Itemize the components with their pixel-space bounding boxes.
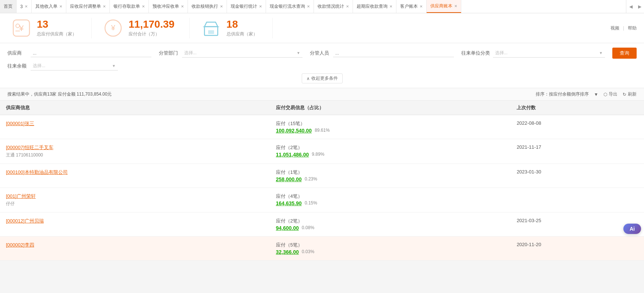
dept-select[interactable]: 选择... ▼ (182, 49, 303, 58)
category-select[interactable]: 选择... ▼ (493, 49, 605, 58)
last-payment-cell: 2022-08-08 (511, 115, 644, 139)
close-icon[interactable]: ✕ (454, 4, 457, 8)
nav-tab-receipt-verify[interactable]: 收款核销执行 ✕ (188, 0, 227, 13)
close-icon[interactable]: ✕ (103, 4, 106, 8)
txn-amount[interactable]: 94,600.00 (276, 225, 299, 231)
nav-tab-overdue-query[interactable]: 超期应收款查询 ✕ (353, 0, 396, 13)
dept-placeholder: 选择... (184, 50, 197, 56)
nav-tab-customer-account-label: 客户账本 (400, 3, 418, 10)
export-button[interactable]: ⬡ 导出 (603, 91, 617, 97)
supplier-cell: [000002]李四 (0, 237, 270, 261)
txn-label: 应付（5笔） (276, 242, 505, 248)
close-icon[interactable]: ✕ (307, 4, 310, 8)
filter-dept: 分管部门 选择... ▼ (159, 49, 303, 58)
supplier-link[interactable]: [000012]广州贝瑞 (6, 218, 44, 224)
txn-pct: 0.08% (302, 225, 314, 230)
ai-label: Ai (630, 226, 635, 232)
svg-rect-7 (208, 30, 214, 34)
supplier-cell: [000012]广州贝瑞 (0, 213, 270, 237)
close-icon[interactable]: ✕ (25, 4, 28, 8)
payable-amount-label: 应付合计（万） (129, 31, 175, 37)
refresh-button[interactable]: ↻ 刷新 (623, 91, 637, 97)
total-suppliers-label: 总供应商（家） (227, 31, 258, 37)
payable-amount-icon: ¥ (103, 18, 123, 38)
summary-card2-content: 11,170.39 应付合计（万） (129, 19, 175, 38)
supplier-link[interactable]: [000100]本特勤油品有限公司 (6, 169, 68, 175)
chevron-down-icon: ▼ (112, 64, 116, 68)
table-row: [000001]张三应付（15笔）100,092,540.0089.61%202… (0, 115, 644, 139)
txn-amount[interactable]: 258,000.00 (276, 176, 302, 182)
refresh-label: 刷新 (628, 91, 637, 97)
nav-tab-bank-deposit[interactable]: 银行存取款单 ✕ (110, 0, 149, 13)
txn-amount[interactable]: 164,635.90 (276, 200, 302, 206)
close-icon[interactable]: ✕ (181, 4, 184, 8)
nav-tab-other-income[interactable]: 其他收入单 ✕ (32, 0, 66, 13)
person-input[interactable] (333, 49, 454, 57)
chevron-down-icon: ▼ (599, 51, 603, 55)
balance-select[interactable]: 选择... ▼ (31, 62, 118, 70)
txn-amount[interactable]: 100,092,540.00 (276, 128, 312, 134)
txn-amount[interactable]: 11,051,486.00 (276, 152, 309, 158)
dept-label: 分管部门 (159, 50, 179, 56)
txn-amount[interactable]: 32,366.00 (276, 249, 299, 255)
nav-tab-home[interactable]: 首页 (0, 0, 17, 13)
nav-tab-3-label: 3 (20, 4, 23, 9)
nav-tab-supplier-account[interactable]: 供应商账本 ✕ (427, 0, 461, 13)
nav-tab-advance-receipt[interactable]: 预收冲应收单 ✕ (149, 0, 188, 13)
close-icon[interactable]: ✕ (142, 4, 145, 8)
col-supplier-info: 供应商信息 (0, 101, 270, 115)
close-icon[interactable]: ✕ (346, 4, 349, 8)
nav-prev-arrow[interactable]: ◀ (626, 0, 635, 13)
nav-tab-3[interactable]: 3 ✕ (17, 0, 32, 13)
txn-pct: 0.23% (305, 176, 317, 182)
table-row: [000012]广州贝瑞应付（2笔）94,600.000.08%2021-03-… (0, 213, 644, 237)
nav-tab-receipt-stat[interactable]: 收款情况统计 ✕ (314, 0, 353, 13)
nav-next-arrow[interactable]: ▶ (635, 0, 644, 13)
search-button[interactable]: 查询 (612, 48, 637, 59)
last-payment-date: 2021-11-17 (517, 144, 541, 150)
collapse-button[interactable]: ∧ 收起更多条件 (302, 73, 343, 83)
action-divider: | (623, 25, 624, 31)
chevron-down-icon: ▼ (297, 51, 300, 55)
txn-cell: 应付（4笔）164,635.900.15% (270, 188, 511, 213)
ai-badge[interactable]: Ai (623, 224, 641, 234)
close-icon[interactable]: ✕ (389, 4, 392, 8)
supplier-link[interactable]: [000001]张三 (6, 121, 34, 126)
total-suppliers-icon (201, 18, 221, 38)
payable-suppliers-label: 总应付供应商（家） (37, 31, 77, 37)
results-summary: 搜索结果中，供应商13家 应付金额 111,703,854.00元 (7, 91, 112, 97)
last-payment-cell: 2023-01-30 (511, 164, 644, 188)
nav-tab-cash-bank-stat[interactable]: 现金银行统计 ✕ (227, 0, 266, 13)
supplier-link[interactable]: [000002]李四 (6, 242, 34, 248)
supplier-cell: [000007]恒旺二手叉车王通 17106110000 (0, 139, 270, 164)
txn-cell: 应付（5笔）32,366.000.03% (270, 237, 511, 261)
supplier-input[interactable] (31, 49, 151, 57)
txn-cell: 应付（2笔）11,051,486.009.89% (270, 139, 511, 164)
payable-suppliers-number: 13 (37, 19, 77, 30)
nav-tab-home-label: 首页 (4, 3, 13, 10)
close-icon[interactable]: ✕ (59, 4, 62, 8)
category-label: 往来单位分类 (461, 50, 490, 56)
table-row: [000100]本特勤油品有限公司应付（1笔）258,000.000.23%20… (0, 164, 644, 188)
filter-category: 往来单位分类 选择... ▼ (461, 49, 605, 58)
txn-pct: 89.61% (315, 128, 330, 133)
last-payment-date: 2022-08-08 (517, 120, 541, 126)
close-icon[interactable]: ✕ (259, 4, 262, 8)
nav-tab-receivable-adjust[interactable]: 应收应付调整单 ✕ (66, 0, 110, 13)
help-link[interactable]: 帮助 (628, 25, 637, 31)
close-icon[interactable]: ✕ (420, 4, 423, 8)
data-table-wrapper: 供应商信息 应付交易信息（占比） 上次付数 [000001]张三应付（15笔）1… (0, 101, 644, 261)
balance-label: 往来余额 (7, 63, 28, 69)
nav-tab-cash-bank-flow[interactable]: 现金银行流水查询 ✕ (266, 0, 314, 13)
summary-card-payable-suppliers: ¥ 13 总应付供应商（家） (7, 18, 92, 38)
txn-cell: 应付（15笔）100,092,540.0089.61% (270, 115, 511, 139)
supplier-label: 供应商 (7, 50, 28, 56)
supplier-link[interactable]: [001]广州荣轩 (6, 193, 36, 199)
supplier-link[interactable]: [000007]恒旺二手叉车 (6, 145, 53, 150)
video-link[interactable]: 视频 (610, 25, 619, 31)
category-placeholder: 选择... (495, 50, 508, 56)
nav-tab-customer-account[interactable]: 客户账本 ✕ (396, 0, 427, 13)
close-icon[interactable]: ✕ (220, 4, 223, 8)
col-last-payment: 上次付数 (511, 101, 644, 115)
filter-bar: 供应商 分管部门 选择... ▼ 分管人员 往来单位分类 选择... ▼ 查询 … (0, 43, 644, 88)
